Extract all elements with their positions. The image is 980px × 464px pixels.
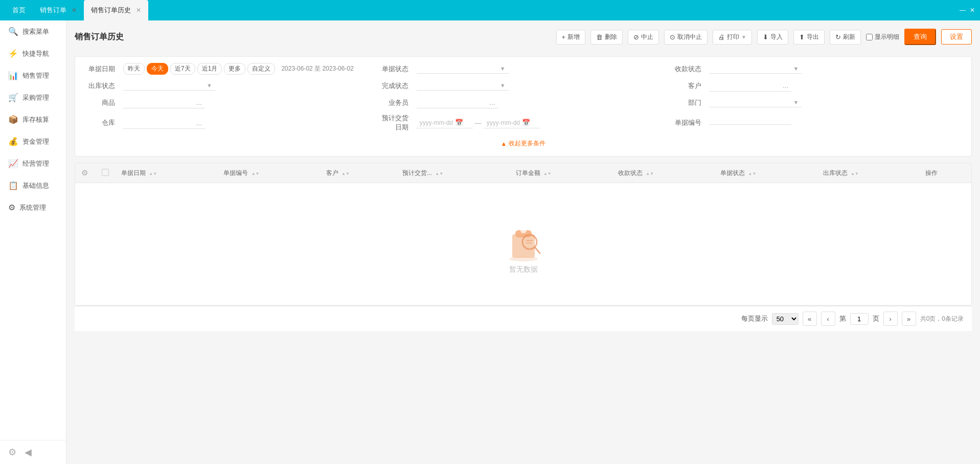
product-ellipsis[interactable]: ... (196, 98, 202, 106)
tab-home[interactable]: 首页 (5, 0, 33, 20)
sidebar-item-finance[interactable]: 💰 资金管理 (0, 130, 66, 152)
complete-status-label: 完成状态 (377, 81, 413, 91)
order-number-input[interactable] (710, 121, 791, 125)
toolbar: + 新增 🗑 删除 ⊘ 中止 ⊙ 取消中止 🖨 打印 (556, 29, 972, 45)
sort-number-icon[interactable]: ▲▼ (252, 171, 260, 176)
order-status-select[interactable]: ▼ (417, 64, 509, 74)
table-settings-icon[interactable]: ⚙ (81, 168, 88, 177)
display-cols-checkbox-wrapper[interactable]: 显示明细 (866, 33, 899, 41)
sidebar-item-operations[interactable]: 📈 经营管理 (0, 152, 66, 174)
delivery-date-end[interactable]: yyyy-mm-dd 📅 (484, 117, 540, 128)
page-label: 第 (839, 314, 846, 323)
sidebar-item-system[interactable]: ⚙ 系统管理 (0, 196, 66, 218)
filter-row-3: 商品 ... 业务员 ... 部门 (83, 97, 963, 108)
delivery-date-start[interactable]: yyyy-mm-dd 📅 (417, 117, 473, 128)
date-btn-yesterday[interactable]: 昨天 (123, 63, 145, 75)
th-customer: 客户 ▲▼ (320, 163, 396, 183)
next-page-btn[interactable]: › (883, 312, 898, 326)
select-all-checkbox[interactable] (102, 169, 109, 176)
refresh-button[interactable]: ↻ 刷新 (830, 30, 861, 45)
date-btn-today[interactable]: 今天 (147, 63, 168, 75)
print-icon: 🖨 (718, 33, 725, 41)
page-suffix: 页 (873, 314, 879, 323)
stock-status-label: 出库状态 (83, 81, 119, 91)
filter-row-4: 仓库 ... 预计交货日期 yyyy-mm-dd 📅 — (83, 114, 963, 132)
customer-ellipsis[interactable]: ... (783, 81, 789, 90)
stop-icon: ⊘ (633, 33, 639, 41)
calendar-start-icon[interactable]: 📅 (455, 119, 463, 126)
date-btn-more[interactable]: 更多 (224, 63, 245, 75)
department-select[interactable]: ▼ (710, 98, 802, 107)
sidebar-item-inventory[interactable]: 📦 库存核算 (0, 108, 66, 130)
sidebar-settings-icon[interactable]: ⚙ (8, 447, 16, 458)
date-btn-custom[interactable]: 自定义 (247, 63, 275, 75)
setting-button[interactable]: 设置 (941, 29, 972, 45)
last-page-btn[interactable]: » (902, 312, 916, 326)
filter-cell-department: 部门 ▼ (670, 98, 963, 107)
date-label: 单据日期 (83, 64, 119, 74)
close-btn[interactable]: ✕ (970, 7, 975, 14)
query-button[interactable]: 查询 (904, 29, 936, 45)
print-arrow-icon: ▼ (741, 34, 746, 40)
tab-sales-order[interactable]: 销售订单 ✕ (33, 0, 84, 20)
import-button[interactable]: ⬇ 导入 (757, 30, 788, 45)
sort-delivery-icon[interactable]: ▲▼ (435, 171, 443, 176)
delete-button[interactable]: 🗑 删除 (590, 30, 623, 45)
add-icon: + (562, 33, 566, 41)
date-btn-7days[interactable]: 近7天 (170, 63, 195, 75)
calendar-end-icon[interactable]: 📅 (522, 119, 530, 126)
collapse-filter-btn[interactable]: ▲ 收起更多条件 (83, 137, 963, 150)
prev-page-btn[interactable]: ‹ (821, 312, 835, 326)
quick-nav-icon: ⚡ (8, 49, 18, 58)
stop-button[interactable]: ⊘ 中止 (628, 30, 659, 45)
sidebar-item-purchase-mgmt[interactable]: 🛒 采购管理 (0, 86, 66, 108)
export-button[interactable]: ⬆ 导出 (793, 30, 825, 45)
sidebar: 🔍 搜索菜单 ⚡ 快捷导航 📊 销售管理 🛒 采购管理 📦 库存核算 💰 资金管… (0, 20, 66, 464)
product-input[interactable]: ... (123, 97, 205, 108)
complete-status-select[interactable]: ▼ (417, 81, 509, 91)
salesperson-input[interactable]: ... (417, 97, 498, 108)
sort-customer-icon[interactable]: ▲▼ (341, 171, 350, 176)
tab-sales-order-history[interactable]: 销售订单历史 ✕ (84, 0, 148, 20)
customer-input[interactable]: ... (710, 80, 791, 92)
salesperson-ellipsis[interactable]: ... (489, 98, 495, 106)
warehouse-input[interactable]: ... (123, 117, 205, 129)
sort-stock-icon[interactable]: ▲▼ (851, 171, 859, 176)
payment-status-select[interactable]: ▼ (710, 64, 802, 74)
refresh-icon: ↻ (835, 33, 841, 41)
first-page-btn[interactable]: « (803, 312, 817, 326)
filter-cell-order-status: 单据状态 ▼ (377, 64, 670, 74)
per-page-select[interactable]: 50 20 100 200 (772, 313, 799, 325)
warehouse-label: 仓库 (83, 118, 119, 127)
date-btn-1month[interactable]: 近1月 (197, 63, 222, 75)
th-actions: 操作 (919, 163, 971, 183)
basic-info-icon: 📋 (8, 181, 18, 190)
close-tab-history[interactable]: ✕ (136, 7, 141, 14)
filter-cell-product: 商品 ... (83, 97, 377, 108)
minimize-btn[interactable]: — (960, 7, 966, 14)
sort-order-icon[interactable]: ▲▼ (748, 171, 757, 176)
sort-payment-icon[interactable]: ▲▼ (646, 171, 654, 176)
sidebar-item-sales-mgmt[interactable]: 📊 销售管理 (0, 64, 66, 86)
add-button[interactable]: + 新增 (556, 30, 586, 45)
sidebar-item-search-menu[interactable]: 🔍 搜索菜单 (0, 20, 66, 42)
per-page-label: 每页显示 (741, 314, 768, 323)
close-tab-sales-order[interactable]: ✕ (72, 7, 77, 14)
sidebar-bottom: ⚙ ◀ (0, 440, 66, 464)
cancel-stop-button[interactable]: ⊙ 取消中止 (664, 30, 708, 45)
sidebar-collapse-icon[interactable]: ◀ (25, 447, 32, 458)
page-total: 共0页，0条记录 (920, 315, 964, 323)
sort-amount-icon[interactable]: ▲▼ (543, 171, 552, 176)
page-input[interactable] (850, 313, 869, 325)
data-table-wrapper: ⚙ 单据日期 ▲▼ 单据编号 ▲▼ (75, 163, 972, 306)
stock-status-select[interactable]: ▼ (123, 81, 215, 91)
warehouse-ellipsis[interactable]: ... (196, 119, 202, 127)
inventory-icon: 📦 (8, 115, 18, 124)
print-button[interactable]: 🖨 打印 ▼ (713, 30, 752, 45)
sort-date-icon[interactable]: ▲▼ (149, 171, 157, 176)
sidebar-item-quick-nav[interactable]: ⚡ 快捷导航 (0, 42, 66, 64)
sidebar-item-basic-info[interactable]: 📋 基础信息 (0, 174, 66, 196)
finance-icon: 💰 (8, 137, 18, 146)
pagination: 每页显示 50 20 100 200 « ‹ 第 页 › » 共0页，0条记录 (75, 306, 972, 331)
display-cols-checkbox[interactable] (866, 34, 873, 40)
